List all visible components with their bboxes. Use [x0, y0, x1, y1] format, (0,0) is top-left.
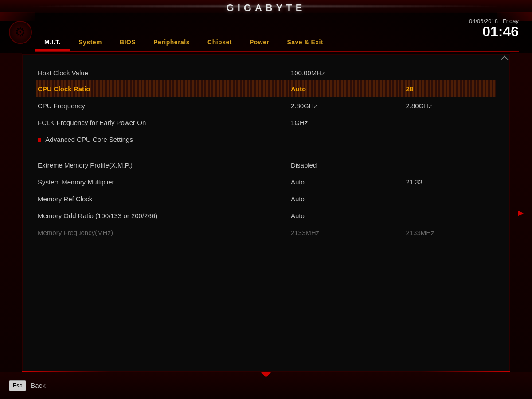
- memory-ref-clock-value: Auto: [289, 190, 404, 207]
- memory-ref-clock-label: Memory Ref Clock: [36, 190, 289, 207]
- tab-bios[interactable]: BIOS: [111, 35, 145, 49]
- tab-peripherals[interactable]: Peripherals: [145, 35, 199, 49]
- esc-back-button[interactable]: Esc Back: [9, 380, 46, 391]
- advanced-cpu-value: [289, 131, 404, 148]
- logo-area: GIGABYTE: [227, 2, 306, 14]
- memory-frequency-row[interactable]: Memory Frequency(MHz) 2133MHz 2133MHz: [36, 224, 496, 241]
- system-memory-multiplier-row[interactable]: System Memory Multiplier Auto 21.33: [36, 173, 496, 190]
- memory-frequency-value: 2133MHz: [289, 224, 404, 241]
- tab-chipset[interactable]: Chipset: [199, 35, 241, 49]
- tab-system[interactable]: System: [70, 35, 111, 49]
- nav-tabs: M.I.T. System BIOS Peripherals Chipset P…: [35, 33, 519, 52]
- separator-row: [36, 148, 496, 156]
- fclk-label: FCLK Frequency for Early Power On: [36, 114, 289, 131]
- cpu-clock-ratio-row[interactable]: CPU Clock Ratio Auto 28: [36, 80, 496, 97]
- esc-key-label[interactable]: Esc: [9, 380, 26, 391]
- tab-save-exit[interactable]: Save & Exit: [278, 35, 332, 49]
- memory-odd-ratio-label: Memory Odd Ratio (100/133 or 200/266): [36, 207, 289, 224]
- fclk-value2: [404, 114, 496, 131]
- extreme-memory-label: Extreme Memory Profile(X.M.P.): [36, 156, 289, 173]
- gear-container: ⚙: [8, 20, 32, 44]
- memory-odd-ratio-value2: [404, 207, 496, 224]
- bottom-bar: Esc Back: [0, 372, 532, 399]
- back-label: Back: [31, 382, 45, 389]
- extreme-memory-value2: [404, 156, 496, 173]
- tab-mit[interactable]: M.I.T.: [35, 35, 70, 51]
- system-memory-multiplier-value: Auto: [289, 173, 404, 190]
- bottom-center-arrow-icon: [261, 372, 271, 377]
- cpu-frequency-row[interactable]: CPU Frequency 2.80GHz 2.80GHz: [36, 97, 496, 114]
- main-content-area: Host Clock Value 100.00MHz CPU Clock Rat…: [22, 54, 510, 372]
- red-indicator-icon: [38, 138, 41, 142]
- host-clock-value2: [404, 63, 496, 80]
- host-clock-value: 100.00MHz: [289, 63, 404, 80]
- left-panel: [0, 53, 22, 372]
- gear-icon: ⚙: [9, 21, 32, 44]
- header: GIGABYTE ⚙ 04/06/2018 Friday 01:46 M.I.T…: [0, 0, 532, 55]
- host-clock-table: Host Clock Value 100.00MHz CPU Clock Rat…: [36, 63, 496, 241]
- advanced-cpu-row[interactable]: Advanced CPU Core Settings: [36, 131, 496, 148]
- cpu-frequency-label: CPU Frequency: [36, 97, 289, 114]
- advanced-cpu-value2: [404, 131, 496, 148]
- memory-odd-ratio-value: Auto: [289, 207, 404, 224]
- memory-frequency-value2: 2133MHz: [404, 224, 496, 241]
- advanced-cpu-label: Advanced CPU Core Settings: [36, 131, 289, 148]
- settings-panel: Host Clock Value 100.00MHz CPU Clock Rat…: [23, 55, 509, 250]
- tab-power[interactable]: Power: [241, 35, 278, 49]
- host-clock-row: Host Clock Value 100.00MHz: [36, 63, 496, 80]
- cpu-frequency-value: 2.80GHz: [289, 97, 404, 114]
- cpu-clock-ratio-value: Auto: [289, 80, 404, 97]
- system-memory-multiplier-value2: 21.33: [404, 173, 496, 190]
- extreme-memory-row[interactable]: Extreme Memory Profile(X.M.P.) Disabled: [36, 156, 496, 173]
- memory-ref-clock-row[interactable]: Memory Ref Clock Auto: [36, 190, 496, 207]
- fclk-value: 1GHz: [289, 114, 404, 131]
- memory-odd-ratio-row[interactable]: Memory Odd Ratio (100/133 or 200/266) Au…: [36, 207, 496, 224]
- host-clock-label: Host Clock Value: [36, 63, 289, 80]
- memory-frequency-label: Memory Frequency(MHz): [36, 224, 289, 241]
- fclk-frequency-row[interactable]: FCLK Frequency for Early Power On 1GHz: [36, 114, 496, 131]
- cpu-clock-ratio-label: CPU Clock Ratio: [36, 80, 289, 97]
- cpu-frequency-value2: 2.80GHz: [404, 97, 496, 114]
- right-arrow-icon: ►: [516, 208, 525, 218]
- scroll-indicator: [501, 56, 509, 63]
- logo-text: GIGABYTE: [227, 2, 306, 13]
- system-memory-multiplier-label: System Memory Multiplier: [36, 173, 289, 190]
- extreme-memory-value: Disabled: [289, 156, 404, 173]
- memory-ref-clock-value2: [404, 190, 496, 207]
- right-panel: ►: [510, 53, 532, 372]
- cpu-clock-ratio-value2: 28: [404, 80, 496, 97]
